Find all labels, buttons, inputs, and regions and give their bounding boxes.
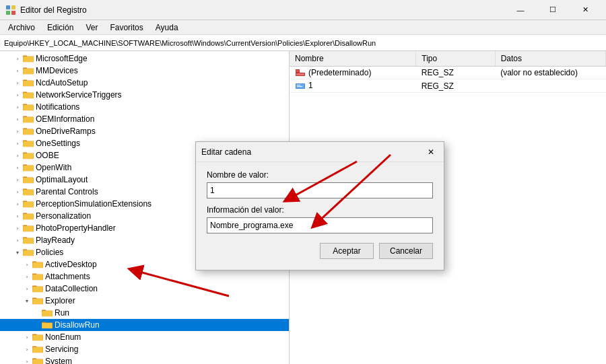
svg-rect-42: [23, 202, 33, 207]
tree-arrow-icon: ›: [22, 359, 32, 365]
tree-item-label: OEMInformation: [36, 114, 94, 124]
folder-icon: [23, 54, 34, 63]
svg-rect-51: [23, 238, 33, 244]
edit-string-dialog[interactable]: Editar cadena ✕ Nombre de valor: Informa…: [195, 141, 444, 270]
folder-icon: [23, 114, 34, 124]
name-input[interactable]: [207, 182, 433, 198]
app-icon: [5, 5, 16, 15]
tree-item-label: System: [45, 357, 72, 364]
tree-item[interactable]: › Servicing: [0, 343, 289, 355]
svg-rect-54: [23, 250, 33, 256]
menu-edicion[interactable]: Edición: [42, 22, 79, 34]
menu-archivo[interactable]: Archivo: [3, 22, 40, 34]
folder-icon: [23, 199, 34, 209]
folder-icon: [23, 211, 34, 221]
svg-rect-57: [32, 262, 42, 268]
menu-favoritos[interactable]: Favoritos: [104, 22, 148, 34]
svg-rect-72: [42, 323, 52, 328]
tree-item[interactable]: › System: [0, 355, 289, 364]
folder-icon: [23, 175, 34, 184]
tree-item[interactable]: Run: [0, 307, 289, 319]
folder-icon: [23, 235, 34, 245]
tree-item-label: Servicing: [45, 344, 78, 354]
svg-rect-48: [23, 226, 33, 231]
svg-rect-33: [23, 166, 33, 171]
tree-item[interactable]: › MicrosoftEdge: [0, 52, 289, 65]
tree-item-label: MMDevices: [36, 66, 78, 75]
cell-type: REG_SZ: [416, 79, 495, 93]
tree-arrow-icon: ›: [12, 80, 23, 86]
tree-item-label: PlayReady: [36, 235, 75, 245]
svg-rect-103: [296, 73, 304, 75]
cell-data: [495, 79, 605, 93]
svg-rect-45: [23, 214, 33, 219]
tree-arrow-icon: ›: [12, 68, 23, 74]
tree-item-label: Notifications: [36, 102, 79, 112]
svg-rect-75: [32, 335, 42, 340]
folder-icon: [23, 139, 34, 148]
tree-item[interactable]: › Attachments: [0, 270, 289, 283]
tree-item-label: MicrosoftEdge: [36, 54, 88, 63]
tree-item[interactable]: › OEMInformation: [0, 113, 289, 125]
tree-item[interactable]: › OneDriveRamps: [0, 125, 289, 137]
svg-rect-24: [23, 129, 33, 135]
tree-arrow-icon: ›: [12, 189, 23, 195]
tree-item-label: ActiveDesktop: [45, 260, 97, 269]
tree-arrow-icon: ›: [12, 177, 23, 183]
table-row[interactable]: (Predeterminado)REG_SZ(valor no establec…: [290, 66, 606, 79]
close-button[interactable]: ✕: [570, 0, 601, 20]
folder-icon: [32, 272, 43, 281]
tree-item[interactable]: › Notifications: [0, 101, 289, 113]
svg-rect-63: [32, 287, 42, 292]
ok-button[interactable]: Aceptar: [320, 243, 374, 259]
tree-arrow-icon: ›: [22, 274, 32, 280]
svg-rect-39: [23, 190, 33, 195]
tree-item[interactable]: › NonEnum: [0, 331, 289, 343]
minimize-button[interactable]: —: [505, 0, 536, 20]
menubar: Archivo Edición Ver Favoritos Ayuda: [0, 20, 606, 35]
tree-arrow-icon: ›: [22, 347, 32, 353]
svg-rect-107: [297, 86, 302, 87]
cell-data: (valor no establecido): [495, 66, 605, 79]
data-input[interactable]: [207, 217, 433, 233]
tree-item-label: OneSettings: [36, 139, 80, 148]
svg-rect-12: [23, 81, 33, 86]
tree-item-label: PerceptionSimulationExtensions: [36, 199, 152, 209]
tree-item[interactable]: › NcdAutoSetup: [0, 77, 289, 89]
tree-item-label: NonEnum: [45, 332, 81, 342]
tree-item[interactable]: ▾ Explorer: [0, 295, 289, 307]
tree-item[interactable]: › MMDevices: [0, 65, 289, 77]
menu-ver[interactable]: Ver: [80, 22, 103, 34]
folder-icon: [32, 296, 43, 305]
svg-rect-60: [32, 275, 42, 280]
maximize-button[interactable]: ☐: [537, 0, 568, 20]
tree-item-label: DataCollection: [45, 284, 98, 293]
menu-ayuda[interactable]: Ayuda: [150, 22, 184, 34]
titlebar-title: Editor del Registro: [20, 5, 87, 15]
tree-item[interactable]: DisallowRun: [0, 319, 289, 331]
folder-icon: [32, 344, 43, 354]
tree-item-label: NetworkServiceTriggers: [36, 90, 122, 100]
svg-rect-27: [23, 141, 33, 147]
tree-item[interactable]: › DataCollection: [0, 283, 289, 295]
name-label: Nombre de valor:: [207, 170, 433, 180]
folder-icon: [23, 126, 34, 136]
titlebar-controls: — ☐ ✕: [505, 0, 601, 20]
titlebar: Editor del Registro — ☐ ✕: [0, 0, 606, 20]
folder-icon: [23, 187, 34, 196]
addressbar: Equipo\HKEY_LOCAL_MACHINE\SOFTWARE\Micro…: [0, 35, 606, 51]
tree-item[interactable]: › NetworkServiceTriggers: [0, 89, 289, 101]
cancel-button[interactable]: Cancelar: [379, 243, 433, 259]
tree-item-label: OOBE: [36, 151, 59, 160]
dialog-close-button[interactable]: ✕: [424, 145, 438, 159]
tree-arrow-icon: ›: [12, 225, 23, 231]
folder-icon: [23, 78, 34, 87]
tree-arrow-icon: ›: [12, 201, 23, 207]
tree-arrow-icon: ›: [22, 262, 32, 268]
data-label: Información del valor:: [207, 205, 433, 215]
tree-arrow-icon: ›: [12, 116, 23, 122]
tree-item-label: PhotoPropertyHandler: [36, 223, 116, 233]
cell-name: 1: [290, 79, 416, 93]
table-row[interactable]: 1REG_SZ: [290, 79, 606, 93]
tree-arrow-icon: ▾: [22, 298, 32, 304]
